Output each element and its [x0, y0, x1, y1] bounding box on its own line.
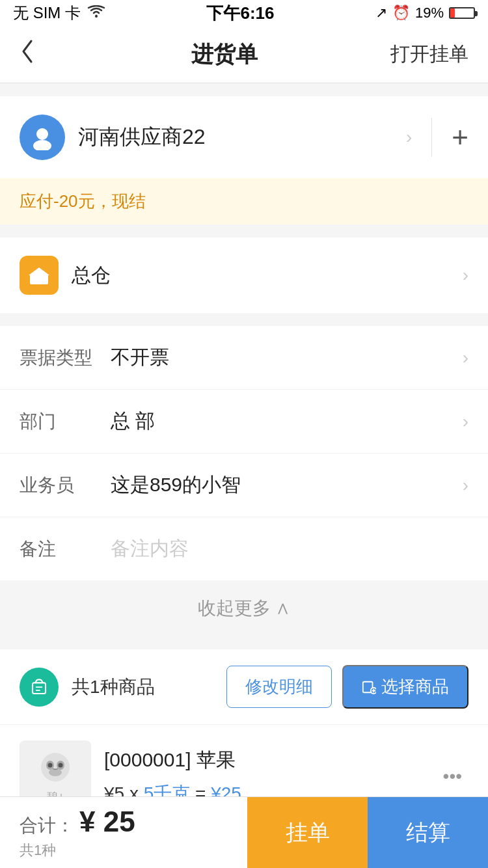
- svg-point-17: [48, 763, 53, 768]
- svg-point-1: [36, 128, 48, 140]
- supplier-row[interactable]: 河南供应商22 › +: [0, 96, 488, 178]
- svg-rect-5: [36, 278, 42, 284]
- salesperson-label: 业务员: [20, 473, 111, 498]
- warehouse-row[interactable]: 总仓 ›: [0, 237, 488, 313]
- status-time: 下午6:16: [206, 2, 274, 25]
- product-more-button[interactable]: •••: [437, 759, 468, 793]
- products-count: 共1种商品: [72, 675, 226, 699]
- salesperson-value: 这是859的小智: [111, 472, 463, 498]
- total-main: 合计： ¥ 25: [20, 806, 228, 838]
- svg-rect-6: [33, 683, 46, 694]
- remark-label: 备注: [20, 537, 111, 562]
- remark-row[interactable]: 备注 备注内容: [0, 517, 488, 580]
- alarm-icon: ⏰: [392, 5, 410, 21]
- status-right: ↗ ⏰ 19%: [375, 5, 475, 21]
- remark-input[interactable]: 备注内容: [111, 536, 468, 562]
- page-title: 进货单: [191, 40, 258, 70]
- supplier-section: 河南供应商22 › + 应付-20元，现结: [0, 96, 488, 224]
- status-bar: 无 SIM 卡 下午6:16 ↗ ⏰ 19%: [0, 0, 488, 26]
- select-product-button[interactable]: 选择商品: [342, 665, 468, 709]
- hang-button[interactable]: 挂单: [247, 797, 368, 869]
- ticket-type-label: 票据类型: [20, 346, 111, 370]
- products-icon: [20, 668, 59, 707]
- warehouse-name: 总仓: [72, 262, 463, 289]
- checkout-button[interactable]: 结算: [368, 797, 488, 869]
- warning-text: 应付-20元，现结: [20, 191, 146, 211]
- svg-point-18: [59, 763, 63, 768]
- svg-point-0: [95, 15, 98, 18]
- open-hang-button[interactable]: 打开挂单: [390, 41, 468, 68]
- form-section: 票据类型 不开票 › 部门 总 部 › 业务员 这是859的小智 › 备注 备注…: [0, 326, 488, 580]
- department-row[interactable]: 部门 总 部 ›: [0, 390, 488, 454]
- products-header: 共1种商品 修改明细 选择商品: [0, 649, 488, 725]
- nav-bar: 进货单 打开挂单: [0, 26, 488, 83]
- add-button[interactable]: +: [452, 123, 468, 152]
- product-name: [0000001] 苹果: [104, 747, 424, 774]
- ticket-chevron: ›: [463, 347, 468, 368]
- carrier-text: 无 SIM 卡: [13, 3, 81, 23]
- total-sub: 共1种: [20, 841, 228, 860]
- wifi-icon: [87, 4, 105, 22]
- svg-point-2: [33, 140, 51, 150]
- location-icon: ↗: [375, 5, 387, 21]
- salesperson-row[interactable]: 业务员 这是859的小智 ›: [0, 454, 488, 517]
- status-left: 无 SIM 卡: [13, 3, 105, 23]
- warehouse-chevron: ›: [463, 265, 468, 286]
- supplier-avatar: [20, 115, 65, 160]
- department-label: 部门: [20, 409, 111, 434]
- department-chevron: ›: [463, 411, 468, 432]
- battery-percentage: 19%: [415, 5, 444, 21]
- svg-marker-4: [29, 267, 49, 275]
- svg-point-14: [41, 753, 70, 781]
- warning-banner: 应付-20元，现结: [0, 178, 488, 224]
- battery-icon: [449, 7, 475, 19]
- back-button[interactable]: [20, 38, 59, 70]
- warehouse-icon: [20, 256, 59, 295]
- total-section: 合计： ¥ 25 共1种: [0, 806, 247, 860]
- supplier-name: 河南供应商22: [78, 123, 406, 152]
- edit-detail-button[interactable]: 修改明细: [226, 666, 332, 708]
- salesperson-chevron: ›: [463, 475, 468, 496]
- total-label: 合计：: [20, 813, 74, 838]
- collapse-button[interactable]: 收起更多 ∧: [0, 580, 488, 636]
- chevron-icon: ›: [406, 127, 412, 148]
- ticket-type-value: 不开票: [111, 344, 463, 371]
- product-title: 苹果: [197, 749, 236, 770]
- warehouse-section: 总仓 ›: [0, 237, 488, 313]
- product-code: [0000001]: [104, 749, 197, 770]
- department-value: 总 部: [111, 408, 463, 435]
- total-amount: ¥ 25: [79, 806, 135, 838]
- select-product-label: 选择商品: [381, 675, 449, 698]
- ticket-type-row[interactable]: 票据类型 不开票 ›: [0, 326, 488, 390]
- divider: [431, 118, 432, 157]
- bottom-bar: 合计： ¥ 25 共1种 挂单 结算: [0, 796, 488, 868]
